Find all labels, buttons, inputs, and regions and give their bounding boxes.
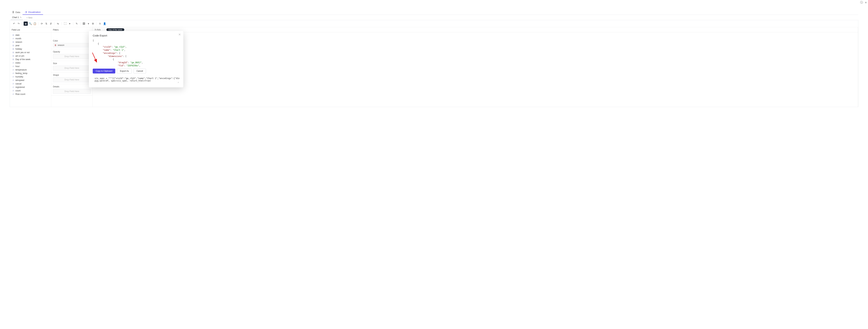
snippet-textarea[interactable]: vis_spec = """[{"visId":"gw_rZy5","name"… [93,76,180,84]
resize-handle-icon[interactable]: ◢ [178,81,179,83]
modal-title: Code Export [93,34,180,37]
code-viewer[interactable]: [ { "visId": "gw_rZy5", "name": "Chart 1… [93,39,180,67]
cancel-button[interactable]: Cancel [133,69,146,73]
export-as-label: Export As [120,70,129,72]
snippet-line1: vis_spec = """[{"visId":"gw_rZy5","name"… [95,77,180,80]
code-export-modal: ✕ Code Export [ { "visId": "gw_rZy5", "n… [89,31,183,87]
export-as-button[interactable]: Export As [117,69,132,73]
copy-label: Copy to Clipboard [96,70,112,72]
modal-buttons: Copy to Clipboard Export As Cancel [93,69,180,73]
snippet-line2: pyg.walk(df, spec=vis_spec, return_html=… [95,80,151,82]
copy-to-clipboard-button[interactable]: Copy to Clipboard [93,69,115,73]
cancel-label: Cancel [136,70,143,72]
close-icon[interactable]: ✕ [178,33,181,36]
